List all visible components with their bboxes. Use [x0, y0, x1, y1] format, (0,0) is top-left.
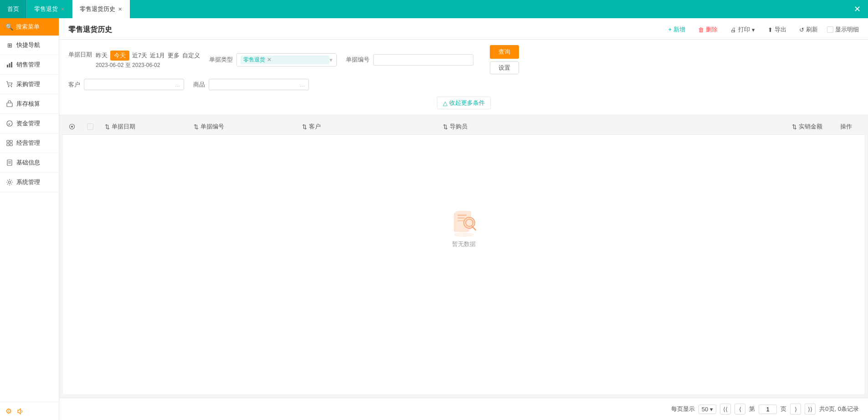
- svg-rect-1: [9, 63, 10, 67]
- sidebar: 🔍 搜索菜单 ⊞ 快捷导航 销售管理 采购管理 库存核算: [0, 18, 59, 420]
- sidebar-search[interactable]: 🔍 搜索菜单: [0, 18, 59, 36]
- th-date-text: 单据日期: [112, 123, 135, 131]
- new-button-label: + 新增: [668, 26, 685, 34]
- th-date-label: ⇅: [105, 123, 110, 130]
- main-layout: 🔍 搜索菜单 ⊞ 快捷导航 销售管理 采购管理 库存核算: [0, 18, 868, 420]
- show-detail-label: 显示明细: [835, 26, 859, 34]
- sidebar-item-purchase[interactable]: 采购管理: [0, 75, 59, 94]
- th-date[interactable]: ⇅ 单据日期: [99, 123, 188, 131]
- prev-page-button[interactable]: ⟨: [734, 404, 745, 415]
- th-customer-label: ⇅: [302, 123, 307, 130]
- print-dropdown-icon: ▾: [752, 26, 755, 33]
- sidebar-item-sales[interactable]: 销售管理: [0, 55, 59, 75]
- sidebar-item-operations[interactable]: 经营管理: [0, 133, 59, 153]
- goods-filter-input[interactable]: ...: [209, 79, 309, 90]
- collapse-up-icon: △: [443, 100, 447, 107]
- type-filter-select[interactable]: 零售退货 ✕ ▾: [236, 53, 337, 67]
- first-page-button[interactable]: ⟨⟨: [720, 404, 731, 415]
- export-button-label: 导出: [775, 26, 786, 34]
- type-filter-label: 单据类型: [209, 56, 233, 64]
- per-page-select[interactable]: 50 ▾: [699, 405, 716, 414]
- sidebar-item-operations-label: 经营管理: [16, 139, 40, 147]
- tab-retail-return-history[interactable]: 零售退货历史 ✕: [72, 0, 130, 18]
- print-button[interactable]: 🖨 打印 ▾: [727, 24, 759, 36]
- th-amount[interactable]: ⇅ 实销金额: [752, 123, 828, 131]
- sidebar-item-quick-nav-label: 快捷导航: [16, 41, 40, 49]
- th-settings[interactable]: [63, 123, 81, 130]
- refresh-icon: ↺: [799, 26, 804, 33]
- collapse-filter-button[interactable]: △ 收起更多条件: [437, 97, 491, 109]
- finance-icon: ¥: [5, 119, 14, 128]
- export-icon: ⬆: [768, 26, 773, 33]
- per-page-value: 50: [702, 406, 708, 413]
- sidebar-item-finance[interactable]: ¥ 资金管理: [0, 114, 59, 133]
- th-guide-label: ⇅: [443, 123, 448, 130]
- page-input[interactable]: [759, 405, 777, 414]
- tab-retail-return-close[interactable]: ✕: [61, 6, 65, 12]
- page-actions: + 新增 🗑 删除 🖨 打印 ▾ ⬆ 导出 ↺ 刷新: [665, 24, 859, 36]
- voucher-filter-group: 单据编号: [346, 54, 473, 66]
- table-container: ⇅ 单据日期 ⇅ 单据编号 ⇅ 客户 ⇅ 导购员 ⇅ 实销: [63, 119, 864, 394]
- sidebar-item-basic-info[interactable]: 基础信息: [0, 153, 59, 173]
- filter-row-2: 客户 ... 商品 ...: [68, 79, 859, 90]
- date-filter-label: 单据日期: [68, 51, 92, 59]
- quick-nav-icon: ⊞: [5, 41, 14, 49]
- sound-icon[interactable]: [16, 407, 25, 415]
- date-option-custom[interactable]: 自定义: [182, 51, 200, 60]
- date-option-more[interactable]: 更多: [168, 51, 180, 60]
- new-button[interactable]: + 新增: [665, 24, 689, 36]
- customer-filter-group: 客户 ...: [68, 79, 184, 90]
- th-ops-text: 操作: [840, 123, 852, 131]
- basic-info-icon: [5, 159, 14, 167]
- select-all-checkbox[interactable]: [87, 123, 93, 130]
- settings-gear-icon[interactable]: ⚙: [5, 407, 12, 415]
- show-detail-checkbox-area[interactable]: 显示明细: [827, 26, 859, 34]
- page-suffix: 页: [781, 405, 786, 413]
- tab-home[interactable]: 首页: [0, 0, 27, 18]
- sidebar-footer: ⚙: [0, 402, 59, 420]
- svg-rect-21: [457, 215, 467, 216]
- th-no[interactable]: ⇅ 单据编号: [188, 123, 297, 131]
- date-option-yesterday[interactable]: 昨天: [96, 51, 108, 60]
- tab-retail-return-history-close[interactable]: ✕: [118, 6, 122, 12]
- show-detail-checkbox[interactable]: [827, 26, 833, 33]
- svg-line-26: [472, 226, 476, 230]
- purchase-icon: [5, 80, 14, 88]
- tab-retail-return[interactable]: 零售退货 ✕: [27, 0, 72, 18]
- voucher-filter-input[interactable]: [373, 54, 473, 66]
- type-filter-dropdown-icon: ▾: [329, 56, 333, 63]
- refresh-button[interactable]: ↺ 刷新: [796, 24, 822, 36]
- customer-filter-input[interactable]: ...: [84, 79, 184, 90]
- goods-filter-group: 商品 ...: [193, 79, 309, 90]
- sidebar-item-quick-nav[interactable]: ⊞ 快捷导航: [0, 36, 59, 55]
- last-page-button[interactable]: ⟩⟩: [805, 404, 816, 415]
- th-amount-text: 实销金额: [799, 123, 822, 131]
- th-no-text: 单据编号: [200, 123, 224, 131]
- next-page-button[interactable]: ⟩: [790, 404, 801, 415]
- date-option-7days[interactable]: 近7天: [132, 51, 147, 60]
- sidebar-item-inventory-label: 库存核算: [16, 100, 40, 108]
- th-guide[interactable]: ⇅ 导购员: [437, 123, 546, 131]
- svg-rect-9: [10, 140, 12, 143]
- type-filter-tag-close[interactable]: ✕: [267, 56, 272, 63]
- window-close-button[interactable]: ✕: [847, 4, 868, 14]
- th-customer[interactable]: ⇅ 客户: [297, 123, 437, 131]
- svg-rect-2: [11, 62, 12, 67]
- per-page-label: 每页显示: [671, 405, 695, 413]
- th-checkbox[interactable]: [81, 123, 99, 130]
- sidebar-search-label: 搜索菜单: [16, 23, 40, 31]
- sidebar-item-inventory[interactable]: 库存核算: [0, 94, 59, 114]
- sidebar-item-system[interactable]: 系统管理: [0, 173, 59, 192]
- delete-button[interactable]: 🗑 删除: [694, 24, 721, 36]
- svg-point-18: [454, 232, 474, 237]
- settings-button[interactable]: 设置: [490, 61, 519, 74]
- date-option-today[interactable]: 今天: [110, 51, 129, 61]
- sidebar-item-purchase-label: 采购管理: [16, 80, 40, 88]
- page-title: 零售退货历史: [68, 25, 112, 35]
- date-option-1month[interactable]: 近1月: [150, 51, 165, 60]
- table-header: ⇅ 单据日期 ⇅ 单据编号 ⇅ 客户 ⇅ 导购员 ⇅ 实销: [63, 119, 864, 135]
- query-button[interactable]: 查询: [490, 45, 519, 59]
- svg-point-17: [71, 126, 73, 128]
- svg-rect-12: [7, 160, 12, 165]
- export-button[interactable]: ⬆ 导出: [764, 24, 790, 36]
